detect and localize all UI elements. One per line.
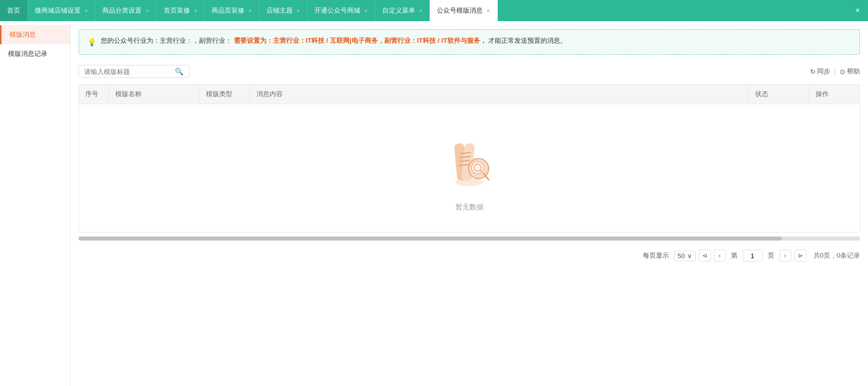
- nav-tab-8[interactable]: 公众号模版消息×: [430, 0, 497, 21]
- table-col-5: 操作: [810, 85, 860, 104]
- bulb-icon: 💡: [87, 36, 97, 48]
- first-page-button[interactable]: ⊲: [699, 250, 711, 262]
- nav-tab-label: 首页装修: [164, 6, 190, 15]
- notice-highlight: 需要设置为：主营行业：IT科技 / 互联网|电子商务，副营行业：IT科技 / I…: [234, 37, 487, 44]
- nav-tab-label: 店铺主题: [266, 6, 293, 15]
- nav-tab-2[interactable]: 商品分类设置×: [95, 0, 156, 21]
- sync-icon: ↻: [810, 68, 816, 75]
- nav-tab-close[interactable]: ×: [194, 8, 197, 14]
- empty-state: 暂无数据: [79, 104, 859, 232]
- help-label: 帮助: [847, 67, 860, 76]
- help-icon: ⊙: [840, 68, 845, 75]
- nav-tab-7[interactable]: 自定义菜单×: [375, 0, 430, 21]
- close-all-button[interactable]: ×: [847, 6, 868, 15]
- nav-tab-1[interactable]: 微商城店铺设置×: [28, 0, 95, 21]
- nav-tab-label: 微商城店铺设置: [35, 6, 81, 15]
- empty-illustration: [439, 134, 500, 195]
- prev-page-button[interactable]: ‹: [714, 250, 726, 262]
- sync-label: 同步: [817, 67, 830, 76]
- table-col-4: 状态: [749, 85, 810, 104]
- toolbar-divider: |: [834, 68, 836, 75]
- search-box: 🔍: [79, 65, 189, 78]
- nav-tab-5[interactable]: 店铺主题×: [259, 0, 307, 21]
- table-col-1: 模版名称: [109, 85, 200, 104]
- nav-tab-label: 公众号模版消息: [437, 6, 483, 15]
- nav-tab-close[interactable]: ×: [297, 8, 300, 14]
- nav-tab-close[interactable]: ×: [419, 8, 422, 14]
- nav-tab-0[interactable]: 首页: [0, 0, 28, 21]
- page-size-label: 每页显示: [643, 251, 669, 260]
- main-layout: 模版消息模版消息记录 💡 您的公众号行业为：主营行业：，副营行业： 需要设置为：…: [0, 21, 868, 386]
- nav-tab-close[interactable]: ×: [146, 8, 149, 14]
- top-nav: 首页微商城店铺设置×商品分类设置×首页装修×商品页装修×店铺主题×开通公众号商城…: [0, 0, 868, 21]
- nav-tab-label: 开通公众号商城: [314, 6, 360, 15]
- chevron-down-icon: ∨: [687, 252, 692, 260]
- nav-tab-close[interactable]: ×: [487, 8, 490, 14]
- scroll-thumb: [79, 237, 782, 241]
- content-area: 💡 您的公众号行业为：主营行业：，副营行业： 需要设置为：主营行业：IT科技 /…: [71, 21, 868, 386]
- page-prefix-label: 第: [731, 251, 738, 260]
- notice-box: 💡 您的公众号行业为：主营行业：，副营行业： 需要设置为：主营行业：IT科技 /…: [79, 29, 860, 55]
- nav-tab-close[interactable]: ×: [364, 8, 367, 14]
- empty-text: 暂无数据: [455, 203, 484, 212]
- page-size-select[interactable]: 50 ∨: [674, 251, 695, 261]
- search-input[interactable]: [84, 68, 175, 75]
- current-page-input[interactable]: [743, 250, 763, 262]
- page-unit-label: 页: [768, 251, 774, 260]
- help-button[interactable]: ⊙ 帮助: [840, 67, 860, 76]
- table-col-3: 消息内容: [250, 85, 749, 104]
- table-col-0: 序号: [79, 85, 109, 104]
- sync-button[interactable]: ↻ 同步: [810, 67, 830, 76]
- nav-tab-label: 商品页装修: [212, 6, 244, 15]
- nav-tab-label: 商品分类设置: [102, 6, 142, 15]
- nav-tab-4[interactable]: 商品页装修×: [205, 0, 259, 21]
- nav-tab-6[interactable]: 开通公众号商城×: [307, 0, 375, 21]
- nav-tab-close[interactable]: ×: [85, 8, 88, 14]
- next-page-button[interactable]: ›: [779, 250, 791, 262]
- last-page-button[interactable]: ⊳: [794, 250, 807, 262]
- sidebar-item-0[interactable]: 模版消息: [0, 25, 70, 44]
- total-info: 共0页，0条记录: [814, 251, 860, 260]
- toolbar-right: ↻ 同步 | ⊙ 帮助: [810, 67, 860, 76]
- horizontal-scrollbar[interactable]: [79, 237, 860, 241]
- data-table: 序号模版名称模版类型消息内容状态操作: [79, 84, 860, 233]
- nav-tab-label: 自定义菜单: [382, 6, 415, 15]
- notice-text: 您的公众号行业为：主营行业：，副营行业： 需要设置为：主营行业：IT科技 / 互…: [101, 36, 567, 46]
- search-icon[interactable]: 🔍: [175, 67, 183, 75]
- sidebar: 模版消息模版消息记录: [0, 21, 71, 386]
- pagination: 每页显示 50 ∨ ⊲ ‹ 第 页 › ⊳ 共0页，0条记录: [79, 245, 860, 267]
- page-size-value: 50: [678, 252, 685, 260]
- nav-tab-3[interactable]: 首页装修×: [157, 0, 205, 21]
- toolbar: 🔍 ↻ 同步 | ⊙ 帮助: [79, 65, 860, 78]
- table-col-2: 模版类型: [200, 85, 250, 104]
- sidebar-item-1[interactable]: 模版消息记录: [0, 44, 70, 63]
- nav-tab-close[interactable]: ×: [248, 8, 251, 14]
- nav-tab-label: 首页: [7, 6, 20, 15]
